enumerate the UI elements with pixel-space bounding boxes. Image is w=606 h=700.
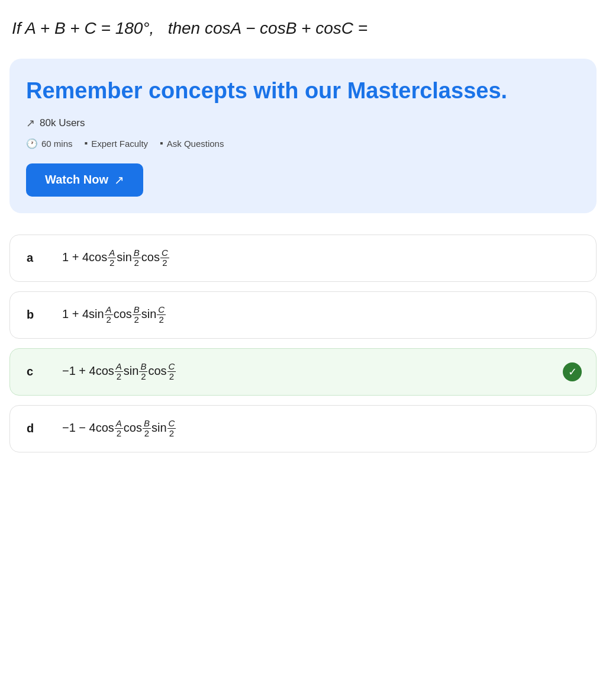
questions-icon: ▪ (160, 138, 163, 149)
duration-label: 60 mins (41, 139, 73, 149)
option-a-math: 1 + 4cosA2sinB2cosC2 (62, 248, 170, 268)
users-stat: ↗ 80k Users (26, 117, 580, 130)
correct-checkmark-icon: ✓ (563, 362, 582, 381)
option-c-label: c (27, 365, 50, 378)
option-d-label: d (27, 422, 50, 435)
option-c-math: −1 + 4cosA2sinB2cosC2 (62, 362, 176, 382)
trending-icon: ↗ (26, 117, 35, 130)
watch-now-button[interactable]: Watch Now ↗ (26, 163, 143, 197)
option-d[interactable]: d −1 − 4cosA2cosB2sinC2 (9, 405, 597, 452)
option-b[interactable]: b 1 + 4sinA2cosB2sinC2 (9, 291, 597, 339)
meta-row: 🕐 60 mins ▪ Expert Faculty ▪ Ask Questio… (26, 138, 580, 149)
meta-faculty: ▪ Expert Faculty (85, 138, 149, 149)
option-d-math: −1 − 4cosA2cosB2sinC2 (62, 419, 176, 439)
external-link-icon: ↗ (114, 173, 124, 187)
faculty-icon: ▪ (85, 138, 88, 149)
faculty-label: Expert Faculty (91, 139, 148, 149)
options-container: a 1 + 4cosA2sinB2cosC2 b 1 + 4sinA2cosB2… (9, 235, 597, 452)
option-c[interactable]: c −1 + 4cosA2sinB2cosC2 ✓ (9, 348, 597, 396)
clock-icon: 🕐 (26, 138, 38, 149)
option-b-label: b (27, 308, 50, 322)
question-header: If A + B + C = 180°, then cosA − cosB + … (9, 12, 597, 44)
option-a-label: a (27, 251, 50, 265)
masterclass-title: Remember concepts with our Masterclasses… (26, 78, 580, 105)
meta-questions: ▪ Ask Questions (160, 138, 224, 149)
meta-duration: 🕐 60 mins (26, 138, 73, 149)
questions-label: Ask Questions (167, 139, 224, 149)
masterclass-card: Remember concepts with our Masterclasses… (9, 59, 597, 213)
option-b-math: 1 + 4sinA2cosB2sinC2 (62, 305, 166, 325)
option-a[interactable]: a 1 + 4cosA2sinB2cosC2 (9, 235, 597, 282)
watch-now-label: Watch Now (45, 173, 108, 187)
users-count: 80k Users (40, 117, 85, 129)
